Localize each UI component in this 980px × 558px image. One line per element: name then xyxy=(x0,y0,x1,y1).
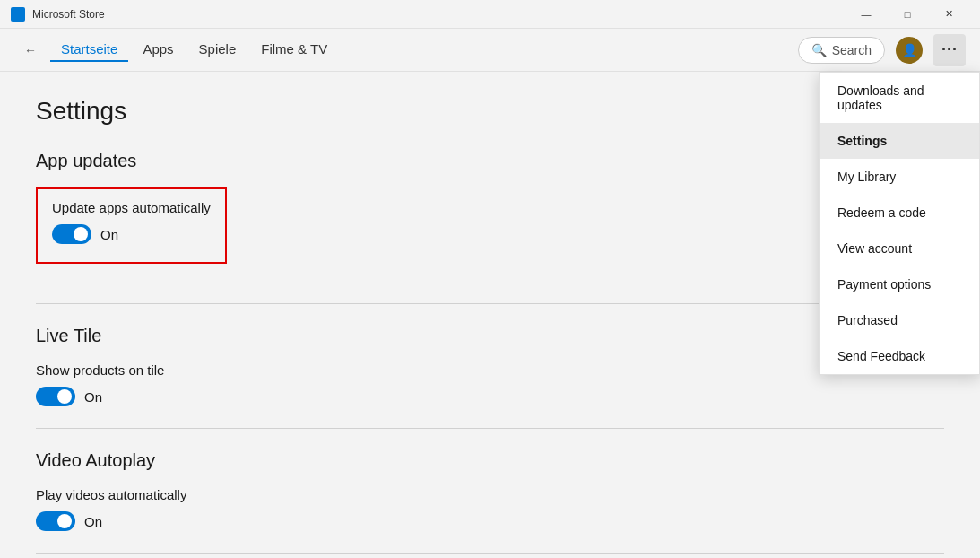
divider-3 xyxy=(36,553,944,554)
back-button[interactable]: ← xyxy=(14,34,47,66)
section-title-video-autoplay: Video Autoplay xyxy=(36,450,944,471)
back-icon: ← xyxy=(24,43,37,57)
toggle-row-update-auto: On xyxy=(52,224,211,244)
avatar[interactable]: 👤 xyxy=(896,37,923,64)
search-label: Search xyxy=(832,43,872,57)
highlighted-setting-box: Update apps automatically On xyxy=(36,187,227,264)
divider-2 xyxy=(36,428,944,429)
nav-item-filme-tv[interactable]: Filme & TV xyxy=(250,38,338,62)
nav-item-spiele[interactable]: Spiele xyxy=(188,38,247,62)
close-button[interactable]: ✕ xyxy=(928,0,969,29)
section-title-app-updates: App updates xyxy=(36,151,944,171)
dropdown-item-view-account[interactable]: View account xyxy=(820,231,979,266)
window-controls: — □ ✕ xyxy=(846,0,969,29)
page-title: Settings xyxy=(36,97,944,126)
nav-item-apps[interactable]: Apps xyxy=(132,38,184,62)
dropdown-item-redeem[interactable]: Redeem a code xyxy=(820,195,979,231)
toggle-show-products[interactable] xyxy=(36,387,75,406)
dropdown-item-payment[interactable]: Payment options xyxy=(820,266,979,302)
section-title-live-tile: Live Tile xyxy=(36,326,944,346)
toggle-row-play-videos: On xyxy=(36,511,944,531)
toggle-label-update-auto: On xyxy=(100,227,118,242)
toggle-row-show-products: On xyxy=(36,387,944,406)
setting-play-videos: Play videos automatically On xyxy=(36,487,944,531)
search-icon: 🔍 xyxy=(811,43,827,57)
titlebar-title: Microsoft Store xyxy=(32,8,105,21)
dropdown-item-settings[interactable]: Settings xyxy=(820,123,979,159)
toggle-label-play-videos: On xyxy=(84,514,102,529)
toggle-play-videos[interactable] xyxy=(36,511,75,531)
dropdown-item-purchased[interactable]: Purchased xyxy=(820,302,979,338)
nav-item-startseite[interactable]: Startseite xyxy=(50,38,128,62)
dropdown-item-my-library[interactable]: My Library xyxy=(820,159,979,195)
dropdown-item-downloads[interactable]: Downloads and updates xyxy=(820,73,979,123)
navbar: ← Startseite Apps Spiele Filme & TV 🔍 Se… xyxy=(0,29,980,72)
toggle-update-auto[interactable] xyxy=(52,224,91,244)
titlebar: Microsoft Store — □ ✕ xyxy=(0,0,980,29)
app-icon xyxy=(11,7,25,22)
setting-show-products: Show products on tile On xyxy=(36,362,944,406)
dropdown-menu: Downloads and updates Settings My Librar… xyxy=(819,72,980,375)
titlebar-title-group: Microsoft Store xyxy=(11,7,105,22)
maximize-button[interactable]: □ xyxy=(887,0,928,29)
search-box[interactable]: 🔍 Search xyxy=(798,37,885,64)
setting-label-show-products: Show products on tile xyxy=(36,362,944,378)
dropdown-item-feedback[interactable]: Send Feedback xyxy=(820,338,979,374)
setting-label-play-videos: Play videos automatically xyxy=(36,487,944,502)
setting-label-update-auto: Update apps automatically xyxy=(52,200,211,215)
divider-1 xyxy=(36,303,944,304)
toggle-label-show-products: On xyxy=(84,389,102,405)
more-button[interactable]: ··· xyxy=(933,34,966,66)
minimize-button[interactable]: — xyxy=(846,0,887,29)
setting-update-auto: Update apps automatically On xyxy=(52,200,211,244)
